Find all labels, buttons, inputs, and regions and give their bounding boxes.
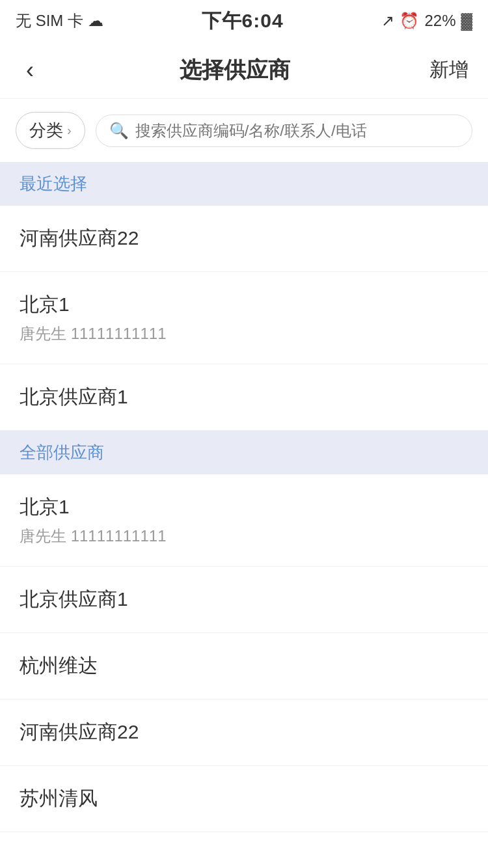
status-time: 下午6:04: [202, 8, 284, 34]
item-name: 河南供应商22: [20, 225, 468, 252]
item-sub: 唐先生 11111111111: [20, 526, 468, 547]
item-name: 北京1: [20, 292, 468, 318]
chevron-right-icon: ›: [67, 123, 72, 138]
filter-row: 分类 › 🔍: [0, 99, 488, 162]
status-bar: 无 SIM 卡 ☁ 下午6:04 ↗ ⏰ 22% ▓: [0, 0, 488, 42]
search-input[interactable]: [135, 122, 459, 140]
list-item[interactable]: 北京供应商1: [0, 364, 488, 431]
page-title: 选择供应商: [180, 55, 290, 85]
list-item[interactable]: 河南供应商22: [0, 206, 488, 272]
item-name: 河南供应商22: [20, 719, 468, 746]
nav-bar: ‹ 选择供应商 新增: [0, 42, 488, 99]
battery-label: 22%: [424, 12, 455, 30]
list-item[interactable]: 北京1唐先生 11111111111: [0, 474, 488, 567]
add-button[interactable]: 新增: [429, 57, 468, 83]
list-item[interactable]: 北京1唐先生 11111111111: [0, 272, 488, 364]
list-item[interactable]: 河南供应商22: [0, 699, 488, 766]
item-name: 北京1: [20, 494, 468, 521]
alarm-icon: ⏰: [400, 12, 419, 30]
item-sub: 唐先生 11111111111: [20, 323, 468, 344]
list-item[interactable]: 北京供应商1: [0, 567, 488, 633]
back-button[interactable]: ‹: [20, 50, 40, 90]
status-left: 无 SIM 卡 ☁: [16, 10, 103, 31]
category-filter-button[interactable]: 分类 ›: [16, 112, 85, 149]
category-label: 分类: [29, 119, 63, 142]
location-icon: ↗: [381, 12, 394, 30]
all-section-header: 全部供应商: [0, 431, 488, 474]
recent-items-list: 河南供应商22北京1唐先生 11111111111北京供应商1: [0, 206, 488, 431]
status-right: ↗ ⏰ 22% ▓: [381, 12, 472, 30]
item-name: 杭州维达: [20, 653, 468, 679]
search-box[interactable]: 🔍: [96, 115, 472, 147]
list-item[interactable]: 苏州清风: [0, 766, 488, 832]
item-name: 北京供应商1: [20, 384, 468, 411]
list-item[interactable]: 杭州维达: [0, 633, 488, 699]
all-label: 全部供应商: [20, 442, 104, 462]
search-icon: 🔍: [109, 122, 129, 140]
item-name: 北京供应商1: [20, 586, 468, 613]
no-sim-label: 无 SIM 卡 ☁: [16, 10, 103, 31]
all-items-list: 北京1唐先生 11111111111北京供应商1杭州维达河南供应商22苏州清风: [0, 474, 488, 832]
battery-icon: ▓: [461, 12, 472, 30]
recent-section-header: 最近选择: [0, 162, 488, 206]
item-name: 苏州清风: [20, 785, 468, 812]
recent-label: 最近选择: [20, 174, 87, 193]
